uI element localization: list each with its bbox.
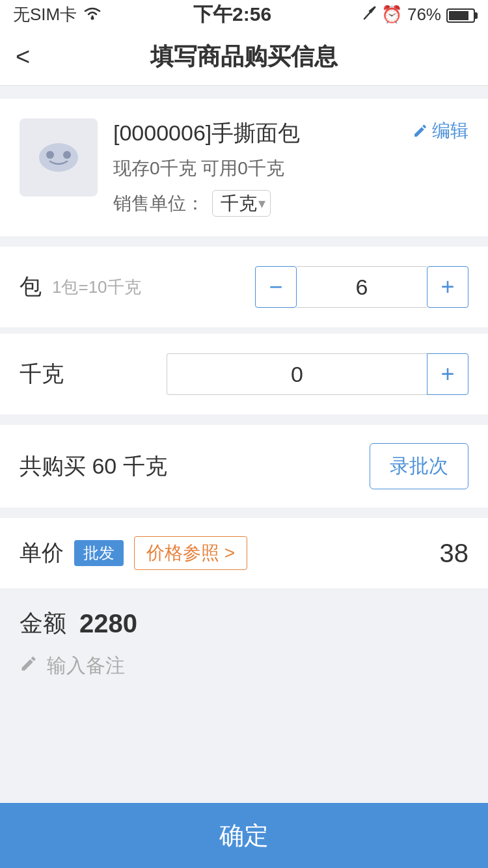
note-placeholder: 输入备注 bbox=[47, 653, 125, 679]
svg-point-0 bbox=[91, 16, 94, 20]
status-bar: 无SIM卡 下午2:56 ⏰ 76% bbox=[0, 0, 488, 29]
kilogram-input[interactable] bbox=[167, 353, 427, 395]
package-quantity-section: 包 1包=10千克 − + bbox=[0, 247, 488, 327]
kilogram-plus-button[interactable]: + bbox=[427, 353, 468, 395]
package-row: 包 1包=10千克 − + bbox=[20, 247, 468, 327]
unit-select[interactable]: 千克 bbox=[212, 190, 271, 217]
status-left: 无SIM卡 bbox=[13, 3, 102, 26]
product-stock: 现存0千克 可用0千克 bbox=[113, 156, 468, 181]
price-left: 单价 批发 价格参照 > bbox=[20, 536, 247, 570]
amount-section: 金额 2280 输入备注 bbox=[0, 588, 488, 692]
wifi-icon bbox=[83, 5, 102, 25]
price-section: 单价 批发 价格参照 > 38 bbox=[0, 518, 488, 588]
svg-point-1 bbox=[39, 143, 78, 172]
kilogram-quantity-section: 千克 + bbox=[0, 327, 488, 414]
price-ref-button[interactable]: 价格参照 > bbox=[134, 536, 247, 570]
batch-button[interactable]: 录批次 bbox=[370, 443, 468, 489]
pencil-icon bbox=[20, 655, 38, 677]
price-tag: 批发 bbox=[74, 540, 124, 566]
confirm-button[interactable]: 确定 bbox=[219, 819, 269, 852]
product-card: [0000006]手撕面包 现存0千克 可用0千克 销售单位： 千克 编辑 bbox=[0, 99, 488, 236]
total-section: 共购买 60 千克 录批次 bbox=[0, 425, 488, 508]
product-logo-icon bbox=[36, 138, 81, 177]
kilogram-controls: + bbox=[167, 353, 468, 395]
package-minus-button[interactable]: − bbox=[255, 266, 297, 308]
product-unit-row: 销售单位： 千克 bbox=[113, 190, 468, 217]
time-label: 下午2:56 bbox=[193, 1, 271, 28]
amount-label: 金额 bbox=[20, 608, 66, 640]
kilogram-row: 千克 + bbox=[20, 334, 468, 414]
kilogram-label: 千克 bbox=[20, 359, 64, 389]
svg-point-2 bbox=[46, 151, 54, 159]
svg-point-3 bbox=[63, 151, 71, 159]
carrier-label: 无SIM卡 bbox=[13, 3, 77, 26]
back-button[interactable]: < bbox=[16, 43, 30, 71]
package-plus-button[interactable]: + bbox=[427, 266, 468, 308]
edit-label: 编辑 bbox=[432, 118, 468, 143]
confirm-bar[interactable]: 确定 bbox=[0, 803, 488, 868]
package-input[interactable] bbox=[297, 266, 427, 308]
unit-label: 销售单位： bbox=[113, 191, 204, 216]
edit-button[interactable]: 编辑 bbox=[413, 118, 468, 143]
price-row: 单价 批发 价格参照 > 38 bbox=[20, 536, 468, 570]
page-header: < 填写商品购买信息 bbox=[0, 29, 488, 86]
price-value: 38 bbox=[440, 539, 469, 568]
amount-value: 2280 bbox=[79, 609, 137, 638]
page-title: 填写商品购买信息 bbox=[150, 41, 338, 73]
amount-row: 金额 2280 bbox=[20, 608, 468, 640]
battery-percent: 76% bbox=[407, 5, 441, 25]
product-image bbox=[20, 118, 98, 197]
package-hint: 1包=10千克 bbox=[52, 276, 141, 299]
battery-icon bbox=[446, 5, 475, 25]
total-text: 共购买 60 千克 bbox=[20, 452, 167, 481]
package-label: 包 1包=10千克 bbox=[20, 272, 141, 302]
edit-icon bbox=[413, 123, 428, 139]
location-icon bbox=[363, 5, 376, 25]
package-controls: − + bbox=[255, 266, 468, 308]
alarm-icon: ⏰ bbox=[381, 5, 402, 25]
unit-select-wrapper[interactable]: 千克 bbox=[212, 190, 271, 217]
status-right: ⏰ 76% bbox=[363, 5, 475, 25]
price-label: 单价 bbox=[20, 538, 64, 568]
note-row[interactable]: 输入备注 bbox=[20, 653, 468, 679]
